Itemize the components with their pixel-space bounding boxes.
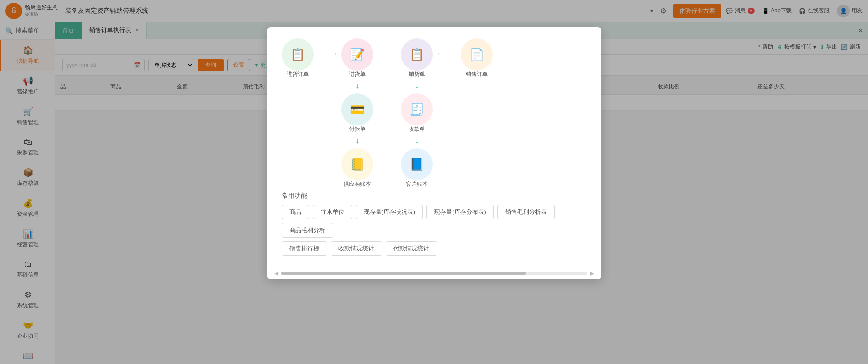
purchase-order-label: 进货订单 bbox=[287, 71, 309, 78]
payment-node[interactable]: 💳 bbox=[341, 93, 373, 125]
purchase-order-node[interactable]: 📋 bbox=[282, 39, 314, 71]
func-btn-stock-dist[interactable]: 现存量(库存分布表) bbox=[426, 205, 494, 219]
func-btn-sales-profit[interactable]: 销售毛利分析表 bbox=[497, 205, 555, 219]
purchase-bill-label: 进货单 bbox=[349, 71, 366, 78]
purchase-bill-node[interactable]: 📝 bbox=[341, 39, 373, 71]
func-btn-stock-status[interactable]: 现存量(库存状况表) bbox=[356, 205, 423, 219]
func-btn-sales-rank[interactable]: 销售排行榜 bbox=[282, 241, 327, 256]
arrow-right-1: - - → bbox=[314, 48, 342, 60]
func-btn-goods-profit[interactable]: 商品毛利分析 bbox=[282, 223, 333, 238]
func-buttons-row2: 销售排行榜 收款情况统计 付款情况统计 bbox=[282, 241, 587, 256]
func-btn-contacts[interactable]: 往来单位 bbox=[313, 205, 352, 219]
receipt-label: 收款单 bbox=[409, 125, 425, 133]
modal-scrollbar: ◀ ▶ bbox=[267, 267, 601, 279]
receipt-node[interactable]: 🧾 bbox=[401, 93, 433, 125]
content-area: 首页 销售订单执行表 × × ? 帮助 🖨 按 bbox=[55, 22, 868, 364]
func-btn-receipt-stat[interactable]: 收款情况统计 bbox=[331, 241, 382, 256]
main-area: 🔍 搜索菜单 🏠 快捷导航 📢 营销推广 🛒 销售管理 🛍 采购管理 📦 bbox=[0, 22, 868, 364]
flow-col-4: 📄 销售订单 bbox=[461, 39, 493, 78]
sales-order-node[interactable]: 📄 bbox=[461, 39, 493, 71]
sales-bill-label: 销货单 bbox=[409, 71, 425, 78]
flow-col-3: 📋 销货单 ↓ 🧾 收款单 ↓ 📘 客户账本 bbox=[401, 39, 433, 188]
scrollbar-thumb bbox=[281, 272, 526, 275]
flow-diagram: 📋 进货订单 - - → 📝 bbox=[282, 39, 587, 188]
common-func-title: 常用功能 bbox=[282, 192, 587, 200]
customer-ledger-node[interactable]: 📘 bbox=[401, 148, 433, 180]
page-content: ? 帮助 🖨 按模板打印 ▾ ⬇ 导出 🔄 刷新 bbox=[55, 39, 868, 364]
arrow-down-5: ↓ bbox=[415, 136, 419, 146]
customer-ledger-label: 客户账本 bbox=[406, 180, 428, 188]
scrollbar-track[interactable] bbox=[281, 272, 587, 275]
scroll-right-arrow[interactable]: ▶ bbox=[590, 270, 594, 277]
func-btn-payment-stat[interactable]: 付款情况统计 bbox=[386, 241, 437, 256]
modal-scroll: 📋 进货订单 - - → 📝 bbox=[267, 39, 601, 267]
common-functions: 常用功能 商品 往来单位 现存量(库存状况表) 现存量(库存分布表) 销售毛利分… bbox=[282, 192, 587, 256]
func-buttons-row1: 商品 往来单位 现存量(库存状况表) 现存量(库存分布表) 销售毛利分析表 商品… bbox=[282, 205, 587, 238]
arrow-down-2: ↓ bbox=[355, 81, 360, 91]
sales-order-label: 销售订单 bbox=[466, 71, 488, 78]
flow-col-left: 📋 进货订单 bbox=[282, 39, 314, 82]
modal-overlay[interactable]: 📋 进货订单 - - → 📝 bbox=[55, 39, 868, 364]
sales-bill-node[interactable]: 📋 bbox=[401, 39, 433, 71]
payment-label: 付款单 bbox=[349, 125, 366, 133]
func-btn-goods[interactable]: 商品 bbox=[282, 205, 309, 219]
arrow-down-3: ↓ bbox=[355, 136, 360, 146]
arrow-right-2: ← - - bbox=[433, 48, 461, 60]
supplier-ledger-node[interactable]: 📒 bbox=[341, 148, 373, 180]
app-wrapper: 6 畅康通好生意 标准版 装备及固定资产辅助管理系统 ▾ ⚙ 体验行业方案 💬 … bbox=[0, 0, 868, 364]
supplier-ledger-label: 供应商账本 bbox=[344, 180, 371, 188]
flow-modal: 📋 进货订单 - - → 📝 bbox=[267, 39, 601, 279]
scroll-left-arrow[interactable]: ◀ bbox=[274, 270, 278, 277]
flow-col-2: 📝 进货单 ↓ 💳 付款单 ↓ 📒 供应商账本 bbox=[341, 39, 373, 188]
arrow-down-4: ↓ bbox=[415, 81, 419, 91]
